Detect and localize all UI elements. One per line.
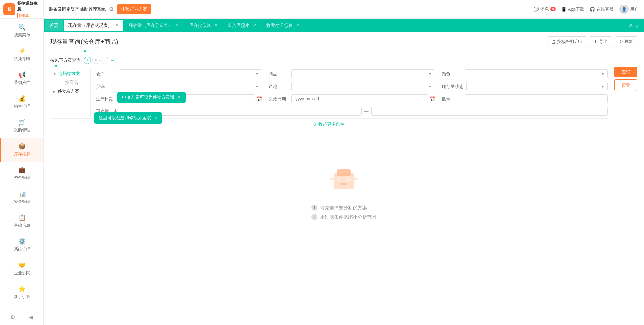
batch-input[interactable] (465, 94, 608, 103)
empty-illustration (327, 163, 361, 196)
empty-svg-icon (327, 163, 361, 196)
app-header: 装备及固定资产辅助管理系统 ⚙ 体验行业方案 💬 消息 8 📱 App下载 🎧 … (44, 0, 644, 19)
tab-close-inventory-status[interactable]: ✕ (115, 23, 119, 28)
scheme-toggle-desktop: ▼ (53, 72, 56, 76)
svg-rect-8 (354, 178, 357, 180)
scheme-mobile[interactable]: ▶ 移动端方案 (50, 87, 86, 96)
tab-close-inventory-dist[interactable]: ✕ (176, 23, 179, 28)
stock-amount-to-input[interactable] (371, 107, 608, 116)
tab-home[interactable]: 首页 (45, 20, 63, 31)
app-download-button[interactable]: 📱 App下载 (561, 6, 584, 12)
tooltip1-close[interactable]: ✕ (177, 95, 181, 100)
dropdown-arrow-print: ▾ (580, 39, 583, 44)
close-all-tabs-icon[interactable]: ✕ (629, 22, 633, 29)
sidebar-item-enterprise[interactable]: 🤝 企业协同 (0, 257, 43, 281)
tab-batch-account[interactable]: 库存批次账 ✕ (184, 20, 222, 31)
filter-color: 颜色 ▾ (442, 69, 608, 78)
export-button[interactable]: ⬆ 导出 (590, 36, 612, 47)
tab-inventory-status[interactable]: 现存量（库存状况表） ✕ (64, 20, 123, 31)
scheme-desktop-children: — 按商品 (50, 78, 86, 87)
sidebar-item-inventory[interactable]: 📦 库存核算 (0, 138, 43, 162)
sales-icon: 💰 (18, 95, 26, 102)
message-button[interactable]: 💬 消息 8 (534, 6, 556, 12)
sidebar-nav: 🔍 搜索菜单 ⚡ 快捷导航 📢 营销推广 💰 销售管理 🛒 采购管理 📦 库存核… (0, 19, 43, 309)
experience-button[interactable]: 体验行业方案 (117, 4, 151, 14)
page-title: 现存量查询(按仓库+商品) (50, 38, 118, 46)
edit-scheme-button[interactable]: ✎ (92, 57, 100, 64)
expiry-date-input[interactable] (291, 94, 428, 103)
warehouse-select[interactable]: ... ▾ (119, 69, 262, 78)
add-scheme-button[interactable]: + (84, 57, 91, 64)
filter-section-title: 按以下方案查询 (50, 57, 81, 63)
expand-icon[interactable]: ⤢ (636, 22, 640, 29)
tooltip2-connector-dot (54, 64, 58, 67)
sidebar-item-system[interactable]: ⚙️ 系统管理 (0, 233, 43, 257)
empty-state: 1 请先选择要分析的方案 2 用过滤条件来缩小分析范围 (44, 136, 644, 249)
color-dropdown-icon: ▾ (602, 71, 604, 76)
tip-number-2: 2 (311, 214, 317, 220)
filter-origin: 产地 ▾ (269, 82, 435, 91)
sidebar-item-operations[interactable]: 📊 经营管理 (0, 185, 43, 209)
collapse-sidebar-icon[interactable]: ◀ (28, 313, 34, 322)
color-select[interactable]: ▾ (465, 69, 608, 78)
settings-bottom-icon[interactable]: ⚙ (9, 313, 16, 322)
page-header-actions: 🖨 按模板打印 ▾ ⬆ 导出 ↻ 刷新 (547, 36, 637, 47)
scheme-nav-arrow[interactable]: ← (110, 57, 115, 63)
sidebar-item-sales[interactable]: 💰 销售管理 (0, 90, 43, 114)
prev-scheme-button[interactable]: « (101, 57, 108, 64)
print-template-button[interactable]: 🖨 按模板打印 ▾ (547, 36, 587, 47)
reset-button[interactable]: 设置 (614, 79, 637, 91)
origin-select[interactable]: ▾ (291, 82, 435, 91)
stock-status-select[interactable]: ▾ (466, 82, 608, 91)
filter-stock-status: 现存量状态 ▾ (442, 82, 608, 91)
production-date-calendar-icon[interactable]: 📅 (256, 96, 262, 102)
tab-close-collect-summary[interactable]: ✕ (296, 23, 299, 28)
message-badge: 8 (550, 7, 556, 11)
scheme-desktop-child1[interactable]: — 按商品 (57, 78, 86, 87)
sidebar-item-basic-info[interactable]: 📋 基础信息 (0, 209, 43, 233)
sidebar-item-marketing[interactable]: 📢 营销推广 (0, 66, 43, 90)
refresh-button[interactable]: ↻ 刷新 (615, 36, 637, 47)
stock-status-dropdown-icon: ▾ (602, 84, 604, 89)
sidebar-item-purchase[interactable]: 🛒 采购管理 (0, 114, 43, 138)
search-button[interactable]: 查询 (614, 67, 637, 77)
logo-text: 畅捷通好生意 标准版 (17, 1, 40, 18)
origin-dropdown-icon: ▾ (429, 84, 431, 89)
scheme-tree: ▼ 电脑端方案 — 按商品 ▶ (50, 69, 91, 118)
filter-header: 按以下方案查询 + ✎ « ← 电脑方案可设为移动方案哦 ✕ (50, 57, 608, 64)
sidebar-item-quick-nav[interactable]: ⚡ 快捷导航 (0, 43, 43, 66)
quick-nav-icon: ⚡ (18, 47, 26, 55)
purchase-icon: 🛒 (18, 119, 26, 126)
filter-left: 按以下方案查询 + ✎ « ← 电脑方案可设为移动方案哦 ✕ (50, 57, 608, 130)
filter-section: 按以下方案查询 + ✎ « ← 电脑方案可设为移动方案哦 ✕ (44, 51, 644, 136)
inventory-icon: 📦 (18, 143, 26, 150)
tooltip2-close[interactable]: ✕ (154, 115, 158, 121)
online-support-button[interactable]: 🎧 在线客服 (590, 6, 614, 12)
filter-header-actions: + ✎ « ← (84, 57, 115, 64)
product-select[interactable]: ... ▾ (291, 69, 435, 78)
filter-product: 商品 ... ▾ (269, 69, 435, 78)
filter-row1: 仓库 ... ▾ 商品 . (96, 69, 608, 78)
tab-close-inout-flow[interactable]: ✕ (253, 23, 256, 28)
scheme-desktop[interactable]: ▼ 电脑端方案 (50, 69, 86, 78)
tab-inout-flow[interactable]: 出入库流水 ✕ (223, 20, 261, 31)
collapse-up-icon: ∧ (314, 122, 317, 127)
warehouse-dropdown-icon: ▾ (256, 71, 258, 76)
gear-icon[interactable]: ⚙ (109, 6, 114, 12)
tab-inventory-dist[interactable]: 现存量（库存分布表） ✕ (124, 20, 184, 31)
page-header: 现存量查询(按仓库+商品) 🖨 按模板打印 ▾ ⬆ 导出 ↻ 刷新 (44, 32, 644, 51)
scheme-toggle-mobile: ▶ (53, 90, 56, 93)
size-select[interactable]: ▾ (119, 82, 262, 91)
sidebar-item-guide[interactable]: 🌟 新手引导 (0, 281, 43, 305)
empty-tip-2: 2 用过滤条件来缩小分析范围 (311, 212, 376, 222)
collapse-button[interactable]: ∧ 收起更多条件 (314, 121, 344, 127)
filter-expiry-date: 失效日期 📅 (269, 94, 435, 103)
tab-close-batch-account[interactable]: ✕ (214, 23, 218, 28)
sidebar-item-search[interactable]: 🔍 搜索菜单 (0, 19, 43, 43)
tab-collect-summary[interactable]: 收发存汇总表 ✕ (262, 20, 304, 31)
user-menu[interactable]: 👤 用户 (619, 5, 639, 14)
expiry-date-calendar-icon[interactable]: 📅 (429, 96, 435, 102)
sidebar-item-finance[interactable]: 💼 资金管理 (0, 162, 43, 185)
sidebar-logo: 6 畅捷通好生意 标准版 (0, 0, 43, 19)
sidebar-bottom: ⚙ ◀ (0, 309, 43, 325)
